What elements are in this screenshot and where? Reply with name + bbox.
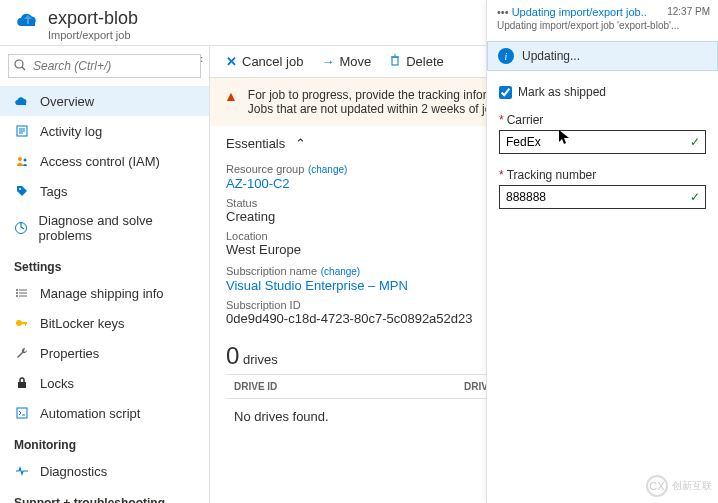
- warning-icon: ▲: [224, 88, 238, 104]
- watermark-logo-icon: CX: [646, 475, 668, 497]
- page-subtitle: Import/export job: [48, 29, 138, 41]
- nav-diagnostics[interactable]: Diagnostics: [0, 456, 209, 486]
- tracking-input[interactable]: [499, 185, 706, 209]
- mark-shipped-input[interactable]: [499, 86, 512, 99]
- svg-point-8: [19, 188, 21, 190]
- svg-rect-19: [18, 382, 26, 388]
- nav-label: Manage shipping info: [40, 286, 164, 301]
- nav-label: Diagnose and solve problems: [39, 213, 195, 243]
- cancel-job-button[interactable]: ✕ Cancel job: [226, 54, 303, 69]
- nav-label: Locks: [40, 376, 74, 391]
- script-icon: [14, 405, 30, 421]
- page-title: export-blob: [48, 8, 138, 29]
- svg-point-0: [15, 60, 23, 68]
- tracking-label: *Tracking number: [499, 168, 706, 182]
- change-rg-link[interactable]: (change): [308, 164, 347, 175]
- search-input[interactable]: [8, 54, 201, 78]
- cloud-upload-icon: [16, 8, 40, 32]
- nav-shipping[interactable]: Manage shipping info: [0, 278, 209, 308]
- svg-rect-17: [21, 322, 27, 324]
- watermark-text: 创新互联: [672, 479, 712, 493]
- nav-label: Automation script: [40, 406, 140, 421]
- nav-label: Tags: [40, 184, 67, 199]
- info-icon: i: [498, 48, 514, 64]
- nav-label: Diagnostics: [40, 464, 107, 479]
- list-icon: [14, 285, 30, 301]
- nav-activity-log[interactable]: Activity log: [0, 116, 209, 146]
- nav-locks[interactable]: Locks: [0, 368, 209, 398]
- svg-rect-18: [25, 322, 26, 326]
- cloud-icon: [14, 93, 30, 109]
- nav-bitlocker[interactable]: BitLocker keys: [0, 308, 209, 338]
- svg-point-7: [24, 159, 27, 162]
- check-icon: ✓: [690, 135, 700, 149]
- nav-properties[interactable]: Properties: [0, 338, 209, 368]
- updating-text: Updating...: [522, 49, 580, 63]
- search-box[interactable]: [8, 54, 201, 78]
- nav-diagnose[interactable]: Diagnose and solve problems: [0, 206, 209, 250]
- carrier-input[interactable]: [499, 130, 706, 154]
- nav-label: BitLocker keys: [40, 316, 125, 331]
- svg-point-14: [16, 292, 18, 294]
- sidebar: « Overview Activity log Access control (…: [0, 46, 210, 503]
- diagnose-icon: [14, 220, 29, 236]
- svg-line-1: [22, 67, 25, 70]
- chevron-up-icon: ⌃: [295, 136, 306, 151]
- delete-button[interactable]: Delete: [389, 54, 444, 69]
- drives-count: 0: [226, 342, 239, 369]
- nav-overview[interactable]: Overview: [0, 86, 209, 116]
- check-icon: ✓: [690, 190, 700, 204]
- drives-label: drives: [243, 352, 278, 367]
- move-button[interactable]: → Move: [321, 54, 371, 69]
- mark-shipped-label: Mark as shipped: [518, 85, 606, 99]
- toolbar-label: Cancel job: [242, 54, 303, 69]
- nav-label: Activity log: [40, 124, 102, 139]
- svg-point-6: [18, 157, 22, 161]
- trash-icon: [389, 54, 401, 69]
- toolbar-label: Move: [339, 54, 371, 69]
- notification-subtitle: Updating import/export job 'export-blob'…: [497, 20, 708, 31]
- arrow-right-icon: →: [321, 54, 334, 69]
- heartbeat-icon: [14, 463, 30, 479]
- nav-label: Overview: [40, 94, 94, 109]
- carrier-label: *Carrier: [499, 113, 706, 127]
- log-icon: [14, 123, 30, 139]
- watermark: CX 创新互联: [646, 475, 712, 497]
- close-icon: ✕: [226, 54, 237, 69]
- nav-label: Properties: [40, 346, 99, 361]
- notification: ••• Updating import/export job.. 12:37 P…: [487, 0, 718, 37]
- iam-icon: [14, 153, 30, 169]
- svg-point-15: [16, 295, 18, 297]
- tag-icon: [14, 183, 30, 199]
- section-support: Support + troubleshooting: [0, 486, 209, 503]
- lock-icon: [14, 375, 30, 391]
- notification-title[interactable]: Updating import/export job..: [512, 6, 647, 18]
- svg-point-13: [16, 289, 18, 291]
- nav-automation[interactable]: Automation script: [0, 398, 209, 428]
- subscription-label: Subscription name: [226, 265, 317, 277]
- side-panel: ••• Updating import/export job.. 12:37 P…: [486, 0, 718, 503]
- section-settings: Settings: [0, 250, 209, 278]
- change-sub-link[interactable]: (change): [321, 266, 360, 277]
- nav-access-control[interactable]: Access control (IAM): [0, 146, 209, 176]
- svg-rect-24: [392, 57, 398, 65]
- toolbar-label: Delete: [406, 54, 444, 69]
- wrench-icon: [14, 345, 30, 361]
- key-icon: [14, 315, 30, 331]
- updating-bar: i Updating...: [487, 41, 718, 71]
- notification-time: 12:37 PM: [667, 6, 710, 17]
- mark-shipped-checkbox[interactable]: Mark as shipped: [499, 85, 706, 99]
- section-monitoring: Monitoring: [0, 428, 209, 456]
- svg-rect-20: [17, 408, 27, 418]
- search-icon: [14, 59, 26, 74]
- resource-group-label: Resource group: [226, 163, 304, 175]
- nav-label: Access control (IAM): [40, 154, 160, 169]
- col-drive-id[interactable]: DRIVE ID: [234, 381, 464, 392]
- nav-tags[interactable]: Tags: [0, 176, 209, 206]
- essentials-title: Essentials: [226, 136, 285, 151]
